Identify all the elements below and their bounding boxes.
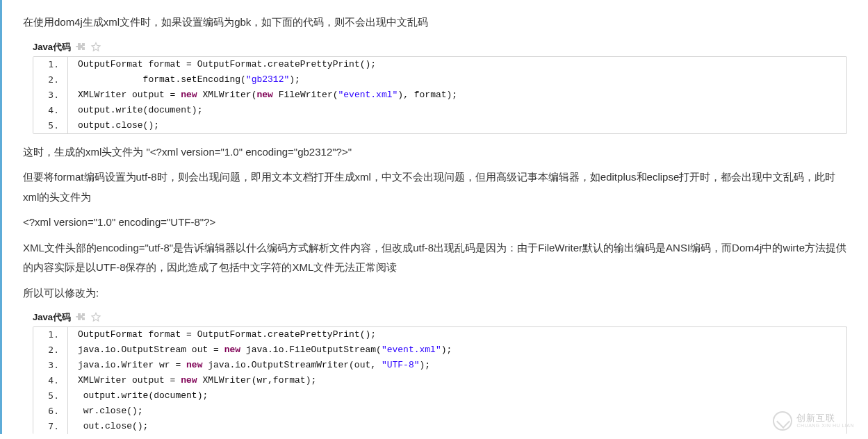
line-number: 7.	[33, 419, 68, 434]
star-icon[interactable]	[90, 42, 101, 53]
line-content: wr.close();	[68, 404, 846, 419]
line-number: 5.	[33, 388, 68, 404]
code-block-2: 1.OutputFormat format = OutputFormat.cre…	[33, 326, 847, 434]
line-content: output.close();	[68, 118, 846, 133]
code-line: 1.OutputFormat format = OutputFormat.cre…	[33, 57, 846, 72]
paragraph: 这时，生成的xml头文件为 "<?xml version="1.0" encod…	[23, 142, 847, 163]
puzzle-icon[interactable]	[75, 42, 86, 53]
code-header: Java代码	[33, 41, 847, 53]
line-number: 1.	[33, 327, 68, 342]
paragraph: <?xml version="1.0" encoding="UTF-8"?>	[23, 213, 847, 233]
line-content: OutputFormat format = OutputFormat.creat…	[68, 327, 846, 342]
code-header: Java代码	[33, 311, 847, 324]
line-content: XMLWriter output = new XMLWriter(new Fil…	[68, 88, 846, 103]
article-body: 在使用dom4j生成xml文件时，如果设置编码为gbk，如下面的代码，则不会出现…	[0, 0, 868, 434]
line-content: java.io.Writer wr = new java.io.OutputSt…	[68, 358, 846, 373]
code-line: 4.XMLWriter output = new XMLWriter(wr,fo…	[33, 373, 846, 388]
puzzle-icon[interactable]	[75, 312, 86, 323]
line-content: out.close();	[68, 419, 846, 434]
line-number: 1.	[33, 57, 68, 72]
line-content: output.write(document);	[68, 388, 846, 404]
line-number: 2.	[33, 72, 68, 88]
star-icon[interactable]	[90, 312, 101, 323]
line-number: 3.	[33, 358, 68, 373]
paragraph: 所以可以修改为:	[23, 283, 847, 304]
line-content: OutputFormat format = OutputFormat.creat…	[68, 57, 846, 72]
code-block-1: 1.OutputFormat format = OutputFormat.cre…	[33, 56, 847, 134]
code-line: 2.java.io.OutputStream out = new java.io…	[33, 342, 846, 358]
code-line: 5.output.close();	[33, 118, 846, 133]
line-content: format.setEncoding("gb2312");	[68, 72, 846, 88]
code-language-label: Java代码	[33, 41, 71, 53]
code-line: 3.java.io.Writer wr = new java.io.Output…	[33, 358, 846, 373]
line-number: 4.	[33, 373, 68, 388]
code-line: 1.OutputFormat format = OutputFormat.cre…	[33, 327, 846, 342]
line-number: 3.	[33, 88, 68, 103]
line-content: java.io.OutputStream out = new java.io.F…	[68, 342, 846, 358]
line-number: 6.	[33, 404, 68, 419]
code-line: 4.output.write(document);	[33, 103, 846, 118]
line-number: 2.	[33, 342, 68, 358]
line-content: output.write(document);	[68, 103, 846, 118]
paragraph: XML文件头部的encoding="utf-8"是告诉编辑器以什么编码方式解析文…	[23, 238, 847, 278]
paragraph: 但要将format编码设置为utf-8时，则会出现问题，即用文本文档打开生成xm…	[23, 167, 847, 207]
paragraph: 在使用dom4j生成xml文件时，如果设置编码为gbk，如下面的代码，则不会出现…	[23, 13, 847, 33]
code-line: 5. output.write(document);	[33, 388, 846, 404]
line-number: 4.	[33, 103, 68, 118]
line-number: 5.	[33, 118, 68, 133]
code-line: 6. wr.close();	[33, 404, 846, 419]
code-line: 3.XMLWriter output = new XMLWriter(new F…	[33, 88, 846, 103]
code-line: 2. format.setEncoding("gb2312");	[33, 72, 846, 88]
code-line: 7. out.close();	[33, 419, 846, 434]
line-content: XMLWriter output = new XMLWriter(wr,form…	[68, 373, 846, 388]
code-language-label: Java代码	[33, 311, 71, 324]
